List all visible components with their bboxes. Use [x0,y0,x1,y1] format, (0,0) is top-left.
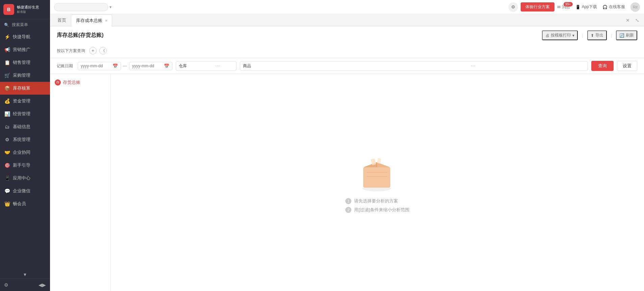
member-icon: 👑 [4,201,10,207]
export-btn[interactable]: ⬆ 导出 [587,30,607,40]
warehouse-dots-btn[interactable]: ··· [215,63,233,69]
svg-rect-1 [363,167,390,188]
main-area: ▾ ⚙ 体验行业方案 ✉ 消息 99+ 📱 App下载 🎧 在线客服 Rit [50,0,644,291]
system-icon: ⚙ [4,137,10,142]
search-menu-label: 搜索菜单 [12,22,28,28]
sidebar-item-finance[interactable]: 💰 资金管理 [0,95,50,107]
tabs-bar: 首页 库存成本总账 × ✕ ⤡ [50,14,644,26]
tip-num-2: 2 [345,207,351,213]
warehouse-select[interactable]: 仓库 ··· [176,61,237,71]
filter-row: 按以下方案查询 ＋ 《 [57,44,637,58]
empty-state: 1 请先选择要分析的方案 2 用[过滤]条件来缩小分析范围 [111,74,644,291]
tab-expand-btn[interactable]: ⤡ [633,16,641,24]
query-btn[interactable]: 查询 [591,61,614,71]
sidebar-item-enterprise[interactable]: 🤝 企业协同 [0,146,50,159]
app-download-btn[interactable]: 📱 App下载 [575,4,597,10]
sidebar-item-operations[interactable]: 📊 经营管理 [0,107,50,120]
app-download-label: App下载 [582,4,597,10]
empty-tip-text-2: 用[过滤]条件来缩小分析范围 [354,207,409,213]
calendar-start-icon[interactable]: 📅 [113,64,118,69]
topbar-chevron-icon[interactable]: ▾ [109,5,112,9]
inventory-icon: 📦 [4,86,10,91]
filter-add-btn[interactable]: ＋ [89,47,97,54]
svg-rect-8 [377,158,381,164]
sidebar-item-marketing[interactable]: 📢 营销推广 [0,43,50,56]
active-tab-label: 库存成本总账 [76,18,102,24]
refresh-btn[interactable]: 🔄 刷新 [616,30,637,40]
collapse-btn[interactable]: ◀▶ [39,282,46,288]
sidebar-item-label: 应用中心 [13,175,30,181]
logo-icon: B [3,4,14,15]
sidebar-item-wechat[interactable]: 💬 企业微信 [0,185,50,197]
online-service-btn[interactable]: 🎧 在线客服 [602,4,625,10]
tab-close-all-btn[interactable]: ✕ [624,16,632,24]
scheme-item-inventory-ledger[interactable]: 存 存货总账 [50,77,110,88]
date-start-field[interactable] [81,64,111,68]
marketing-icon: 📢 [4,47,10,52]
calendar-end-icon[interactable]: 📅 [164,64,169,69]
topbar-search-input[interactable] [54,3,108,11]
sidebar-item-label: 畅会员 [13,201,26,207]
sidebar-item-app-center[interactable]: 📱 应用中心 [0,172,50,185]
filter-collapse-btn[interactable]: 《 [99,47,107,54]
industry-btn[interactable]: 体验行业方案 [521,2,554,11]
content-body: 存 存货总账 [50,74,644,291]
message-btn[interactable]: ✉ 消息 99+ [557,4,570,10]
online-service-label: 在线客服 [609,4,625,10]
sidebar-item-inventory[interactable]: 📦 库存核算 [0,82,50,95]
sidebar-item-label: 经营管理 [13,111,30,117]
sidebar-item-guide[interactable]: 🎯 新手引导 [0,159,50,172]
sidebar-item-sales[interactable]: 📋 销售管理 [0,56,50,69]
wechat-icon: 💬 [4,188,10,194]
settings-btn[interactable]: 设置 [617,61,637,71]
message-badge: 99+ [564,2,573,6]
user-avatar-btn[interactable]: Rit [630,2,640,12]
product-select[interactable]: 商品 ··· [240,61,588,71]
warehouse-label: 仓库 [179,63,197,69]
guide-icon: 🎯 [4,163,10,168]
print-btn[interactable]: 🖨 按模板打印 ▾ [542,30,578,40]
sidebar-item-label: 库存核算 [13,85,30,91]
sidebar-item-member[interactable]: 👑 畅会员 [0,197,50,210]
date-start-input[interactable]: 📅 [78,62,121,70]
sidebar-item-label: 新手引导 [13,162,30,168]
date-end-input[interactable]: 📅 [129,62,172,70]
topbar-right: ✉ 消息 99+ 📱 App下载 🎧 在线客服 Rit [557,2,640,12]
empty-tip-1: 1 请先选择要分析的方案 [345,198,409,204]
basic-icon: 🗂 [4,124,10,129]
sidebar-item-purchase[interactable]: 🛒 采购管理 [0,69,50,82]
page-title-row: 库存总账(存货总账) 🖨 按模板打印 ▾ | ⬆ 导出 | 🔄 [57,30,637,40]
date-end-field[interactable] [132,64,163,68]
filter-label: 按以下方案查询 [57,48,85,54]
topbar-settings-btn[interactable]: ⚙ [509,2,518,12]
tab-inventory-ledger[interactable]: 库存成本总账 × [71,15,112,27]
empty-tips: 1 请先选择要分析的方案 2 用[过滤]条件来缩小分析范围 [345,198,409,213]
quick-nav-icon: ⚡ [4,34,10,40]
scheme-panel: 存 存货总账 [50,74,111,291]
export-icon: ⬆ [591,33,594,38]
print-icon: 🖨 [545,33,549,38]
empty-tip-2: 2 用[过滤]条件来缩小分析范围 [345,207,409,213]
empty-illustration [357,152,398,193]
sidebar: B 畅捷通好生意 标准版 🔍 搜索菜单 ⚡ 快捷导航 📢 营销推广 📋 销售管理… [0,0,50,291]
sidebar-item-basic[interactable]: 🗂 基础信息 [0,120,50,133]
sidebar-item-quick-nav[interactable]: ⚡ 快捷导航 [0,30,50,43]
message-icon: ✉ [557,5,561,9]
page-header: 库存总账(存货总账) 🖨 按模板打印 ▾ | ⬆ 导出 | 🔄 [50,26,644,58]
app-name: 畅捷通好生意 [17,5,39,10]
scheme-item-label: 存货总账 [63,79,80,86]
scheme-icon: 存 [55,79,61,86]
user-avatar: Rit [630,2,640,12]
product-dots-btn[interactable]: ··· [471,63,585,69]
empty-svg [357,152,398,193]
sidebar-item-label: 系统管理 [13,137,30,143]
sidebar-item-label: 企业微信 [13,188,30,194]
tab-close-btn[interactable]: × [105,19,107,23]
sidebar-item-system[interactable]: ⚙ 系统管理 [0,133,50,146]
sidebar-search-menu[interactable]: 🔍 搜索菜单 [0,19,50,30]
date-filter-group: 📅 — 📅 [78,62,172,70]
sidebar-scroll-down[interactable]: ▼ [0,271,50,278]
tip-num-1: 1 [345,198,351,204]
tab-home[interactable]: 首页 [53,14,71,26]
settings-footer-btn[interactable]: ⚙ [4,282,8,288]
